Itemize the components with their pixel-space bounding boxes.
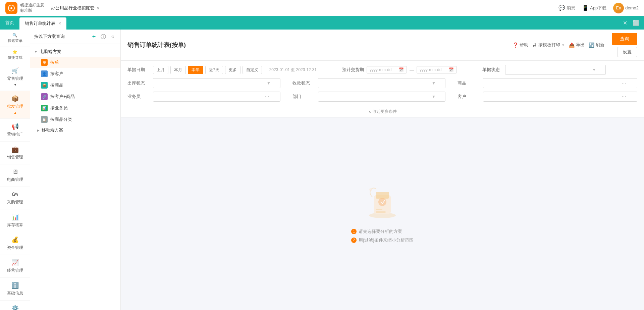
- add-scheme-btn[interactable]: +: [90, 33, 98, 40]
- empty-tip-2: 2 用[过滤]条件来缩小分析范围: [351, 237, 413, 243]
- expected-date-start-input[interactable]: yyyy-mm-dd 📅: [367, 66, 407, 73]
- sidebar-system-icon: ⚙️: [11, 305, 19, 310]
- tree-item-by-customer-product[interactable]: 🔗 按客户+商品: [30, 91, 120, 102]
- filter-row-1: 单据日期 上月 本月 本年 近7天 更多 自定义 2023-01-01 至 20…: [127, 65, 637, 75]
- sidebar-item-sales[interactable]: 💼 销售管理: [0, 142, 30, 164]
- sidebar-basic-icon: ℹ️: [11, 282, 19, 289]
- tree-group-mobile-title[interactable]: ▶ 移动端方案: [30, 125, 120, 135]
- by-customer-product-icon: 🔗: [41, 93, 48, 100]
- sidebar-item-ecommerce[interactable]: 🖥 电商管理: [0, 164, 30, 187]
- tree-group-pc: ▼ 电脑端方案 单 按单 👤 按客户 📦 按商品: [30, 47, 120, 125]
- empty-tip-1: 1 请先选择要分析的方案: [351, 228, 413, 235]
- tree-group-pc-title[interactable]: ▼ 电脑端方案: [30, 47, 120, 57]
- tree-mobile-expand-icon: ▶: [37, 128, 40, 132]
- filter-area: 单据日期 上月 本月 本年 近7天 更多 自定义 2023-01-01 至 20…: [121, 61, 644, 106]
- tab-close-window-icon[interactable]: ✕: [622, 18, 629, 28]
- sidebar-inventory-icon: 📊: [11, 213, 19, 221]
- tree-item-by-order[interactable]: 单 按单: [30, 57, 120, 68]
- help-icon: ❓: [513, 42, 518, 48]
- last7days-btn[interactable]: 近7天: [205, 66, 223, 74]
- tab-home[interactable]: 首页: [0, 16, 19, 30]
- sidebar-ecommerce-icon: 🖥: [12, 168, 18, 175]
- sidebar-quick-nav-btn[interactable]: ⭐ 快捷导航: [0, 47, 30, 63]
- salesman-more-icon[interactable]: ···: [264, 94, 271, 100]
- product-more-icon[interactable]: ···: [621, 80, 628, 86]
- sidebar-wholesale-icon: 📦: [11, 95, 19, 102]
- help-btn[interactable]: ❓ 帮助: [513, 42, 528, 48]
- print-icon: 🖨: [532, 42, 537, 48]
- refresh-btn[interactable]: 🔄 刷新: [589, 42, 604, 48]
- sidebar-retail-icon: 🛒: [11, 67, 19, 74]
- sidebar-item-inventory[interactable]: 📊 库存核算: [0, 209, 30, 232]
- tree-item-by-category[interactable]: 📋 按商品分类: [30, 114, 120, 125]
- app-download-btn[interactable]: 📱 App下载: [582, 5, 606, 11]
- collapse-more-btn[interactable]: ∧ 收起更多条件: [121, 106, 644, 117]
- sidebar-finance-icon: 💰: [11, 236, 19, 244]
- collapse-text: ∧ 收起更多条件: [123, 109, 641, 114]
- out-status-dropdown-icon: ▼: [267, 81, 271, 86]
- sidebar-item-wholesale[interactable]: 📦 批发管理 ▲: [0, 91, 30, 119]
- receipt-dropdown-icon: ▼: [432, 81, 436, 86]
- tip-1-num: 1: [351, 229, 357, 234]
- top-right-actions: 💬 消息 📱 App下载 Ea demo2: [558, 3, 639, 13]
- svg-rect-8: [376, 211, 386, 213]
- edit-scheme-btn[interactable]: i: [100, 33, 107, 40]
- sidebar-operations-icon: 📈: [11, 259, 19, 266]
- expected-date-end-input[interactable]: yyyy-mm-dd 📅: [417, 66, 457, 73]
- sidebar-item-finance[interactable]: 💰 资金管理: [0, 232, 30, 255]
- tree-item-by-customer[interactable]: 👤 按客户: [30, 68, 120, 80]
- product-select[interactable]: ···: [483, 78, 637, 88]
- out-status-label: 出库状态: [127, 80, 148, 86]
- status-select[interactable]: ▼: [505, 65, 606, 75]
- sidebar-item-basic[interactable]: ℹ️ 基础信息: [0, 278, 30, 301]
- export-icon: 📤: [569, 42, 575, 48]
- tab-sales-order[interactable]: 销售订单统计表 ×: [19, 17, 66, 30]
- receipt-status-select[interactable]: ▼: [318, 78, 445, 88]
- export-btn[interactable]: 📤 导出: [569, 42, 585, 48]
- breadcrumb-text: 办公用品行业模拟账套: [51, 5, 95, 11]
- message-btn[interactable]: 💬 消息: [558, 5, 575, 11]
- last-month-btn[interactable]: 上月: [153, 66, 168, 74]
- query-btn[interactable]: 查询: [612, 33, 637, 45]
- user-profile[interactable]: Ea demo2: [613, 3, 639, 13]
- svg-point-6: [378, 198, 386, 206]
- out-status-select[interactable]: ▼: [153, 78, 280, 88]
- settings-btn[interactable]: 设置: [617, 47, 637, 57]
- tree-item-by-salesman[interactable]: 📊 按业务员: [30, 102, 120, 114]
- sidebar-purchase-icon: 🛍: [12, 191, 18, 198]
- sidebar-search-btn[interactable]: 🔍 搜索菜单: [0, 30, 30, 47]
- phone-icon: 📱: [582, 5, 589, 11]
- sidebar-item-marketing[interactable]: 📢 营销推广: [0, 119, 30, 142]
- salesman-select[interactable]: ···: [153, 92, 280, 102]
- expected-date-label: 预计交货期: [342, 67, 364, 73]
- template-print-btn[interactable]: 🖨 按模板打印 ▼: [532, 42, 565, 48]
- search-icon: 🔍: [12, 33, 17, 38]
- empty-illustration: [362, 182, 402, 223]
- empty-tips: 1 请先选择要分析的方案 2 用[过滤]条件来缩小分析范围: [351, 228, 413, 246]
- custom-period-btn[interactable]: 自定义: [243, 66, 262, 74]
- page-title: 销售订单统计表(按单): [127, 41, 186, 49]
- collapse-panel-btn[interactable]: «: [109, 33, 116, 40]
- tab-maximize-icon[interactable]: ⬜: [631, 18, 641, 28]
- sidebar-item-operations[interactable]: 📈 经营管理: [0, 255, 30, 278]
- tree-item-by-product[interactable]: 📦 按商品: [30, 80, 120, 91]
- sidebar-item-purchase[interactable]: 🛍 采购管理: [0, 187, 30, 209]
- status-label: 单据状态: [482, 67, 502, 73]
- sidebar-item-system[interactable]: ⚙️ 系统管理: [0, 301, 30, 310]
- breadcrumb-arrow-icon[interactable]: ∨: [97, 6, 100, 10]
- dept-dropdown-icon: ▼: [432, 94, 436, 99]
- sidebar-item-retail[interactable]: 🛒 零售管理 ▼: [0, 63, 30, 91]
- more-period-btn[interactable]: 更多: [225, 66, 240, 74]
- this-year-btn[interactable]: 本年: [188, 66, 203, 74]
- product-filter-label: 商品: [458, 80, 478, 86]
- date-label: 单据日期: [127, 67, 148, 73]
- tab-close-icon[interactable]: ×: [59, 21, 61, 26]
- customer-more-icon[interactable]: ···: [621, 94, 628, 100]
- status-dropdown-icon: ▼: [592, 67, 596, 72]
- this-month-btn[interactable]: 本月: [170, 66, 186, 74]
- sidebar: 🔍 搜索菜单 ⭐ 快捷导航 🛒 零售管理 ▼ 📦 批发管理 ▲ 📢 营销推广 💼…: [0, 30, 30, 310]
- breadcrumb[interactable]: 办公用品行业模拟账套 ∨: [44, 5, 558, 11]
- customer-select[interactable]: ···: [483, 92, 637, 102]
- message-icon: 💬: [558, 5, 565, 11]
- department-select[interactable]: ▼: [318, 92, 445, 102]
